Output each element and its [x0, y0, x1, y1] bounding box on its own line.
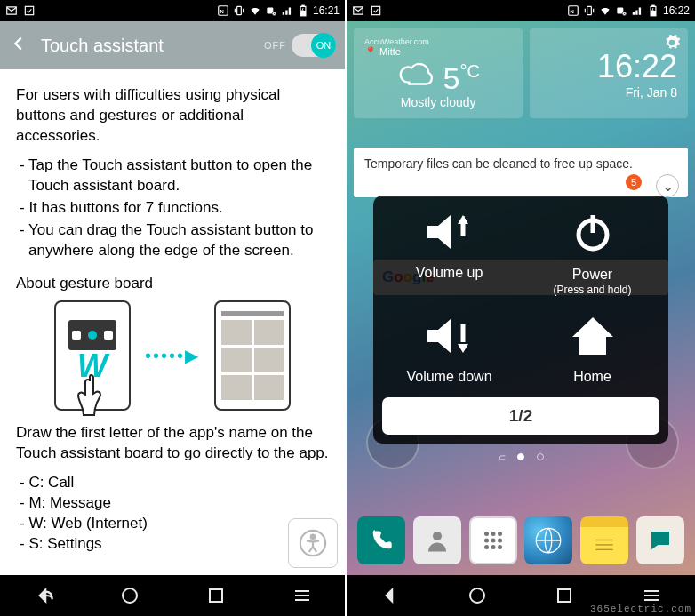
vibrate-icon	[233, 4, 245, 17]
gesture-illustration: W •••••▶	[16, 300, 329, 411]
ta-label: Home	[573, 369, 611, 385]
svg-text:✕: ✕	[273, 12, 276, 16]
svg-rect-47	[644, 590, 659, 592]
nav-recent-button[interactable]	[189, 585, 243, 606]
back-icon[interactable]	[9, 34, 28, 58]
page-dot[interactable]: ⊂	[499, 452, 505, 461]
weather-condition: Mostly cloudy	[364, 95, 512, 109]
volume-up-icon	[424, 212, 475, 256]
weather-icon	[397, 60, 435, 97]
bullet-list: - Tap the Touch assistant button to open…	[16, 156, 329, 261]
settings-content: For users with difficulties using physic…	[0, 69, 345, 575]
svg-rect-16	[295, 599, 309, 601]
svg-point-12	[123, 588, 137, 603]
wifi-icon	[599, 4, 611, 17]
illustration-phone-gesture: W	[54, 300, 131, 411]
status-time: 16:22	[663, 4, 690, 17]
dock	[347, 506, 695, 575]
notification-text: Temporary files can be cleaned to free u…	[364, 156, 633, 171]
dock-apps[interactable]	[469, 516, 517, 564]
watermark: 365electric.com	[590, 604, 691, 614]
page-dot[interactable]	[537, 453, 544, 460]
weather-source: AccuWeather.com	[364, 37, 512, 46]
nav-home-button[interactable]	[451, 585, 504, 606]
nav-back-button[interactable]	[363, 584, 417, 607]
svg-rect-17	[371, 6, 379, 14]
ta-power[interactable]: Power (Press and hold)	[525, 212, 659, 296]
svg-rect-0	[25, 6, 33, 14]
signal-icon	[631, 4, 643, 17]
bullet-item: - It has buttons for 7 functions.	[16, 198, 329, 219]
touch-assistant-toggle[interactable]: OFF ON	[264, 34, 336, 57]
bullet-item: - Tap the Touch assistant button to open…	[16, 156, 329, 196]
touch-assistant-board[interactable]: Volume up Power (Press and hold) Volume …	[373, 196, 668, 444]
signal-icon	[281, 4, 293, 17]
wifi-icon	[249, 4, 261, 17]
weather-widget[interactable]: AccuWeather.com 📍 Mitte 5°C Mostly cloud…	[354, 28, 523, 118]
svg-rect-46	[558, 589, 571, 602]
svg-point-39	[491, 545, 495, 549]
dock-browser[interactable]	[524, 516, 572, 564]
svg-point-36	[491, 539, 495, 543]
svg-text:N: N	[220, 9, 223, 14]
svg-point-32	[484, 532, 489, 536]
power-icon	[571, 212, 614, 258]
screenshot-icon	[370, 4, 382, 17]
clock-widget[interactable]: 16:22 Fri, Jan 8	[530, 28, 688, 118]
clock-time: 16:22	[540, 48, 677, 85]
legend-item: - C: Call	[16, 473, 329, 493]
nav-menu-button[interactable]	[276, 585, 329, 606]
statusbar: N ✕ 16:22	[347, 0, 695, 21]
nfc-icon: N	[217, 4, 229, 17]
svg-point-31	[433, 532, 442, 540]
phone-left-settings: N ✕ 16:21 Touch assistant OFF ON For use…	[0, 0, 347, 616]
gear-icon[interactable]	[663, 34, 681, 55]
legend-item: - S: Settings	[16, 534, 329, 555]
nav-recent-button[interactable]	[538, 585, 591, 606]
svg-rect-14	[295, 590, 309, 592]
legend-item: - M: Message	[16, 493, 329, 514]
ta-page-indicator[interactable]: 1/2	[382, 397, 659, 435]
volume-down-icon	[424, 316, 475, 360]
svg-marker-30	[458, 344, 468, 353]
legend-list: - C: Call - M: Message - W: Web (Interne…	[16, 473, 329, 555]
nfc-icon: N	[567, 4, 579, 17]
bullet-item: - You can drag the Touch assistant butto…	[16, 220, 329, 261]
statusbar: N ✕ 16:21	[0, 0, 345, 21]
battery-icon	[647, 4, 659, 17]
ta-home[interactable]: Home	[525, 316, 659, 385]
touch-assistant-floating-button[interactable]	[288, 518, 338, 568]
weather-unit: °C	[459, 61, 479, 81]
dock-contacts[interactable]	[413, 516, 461, 564]
svg-point-35	[484, 539, 489, 543]
ta-label: Power	[572, 267, 612, 283]
dock-phone[interactable]	[357, 516, 405, 564]
page-dot-active[interactable]	[517, 453, 524, 460]
svg-point-34	[498, 532, 502, 536]
svg-rect-48	[644, 595, 659, 596]
ta-volume-up[interactable]: Volume up	[382, 212, 516, 296]
ta-volume-down[interactable]: Volume down	[382, 316, 516, 385]
svg-point-37	[498, 539, 502, 543]
cleanup-notification[interactable]: Temporary files can be cleaned to free u…	[354, 148, 688, 197]
nav-home-button[interactable]	[103, 585, 156, 606]
nav-back-button[interactable]	[17, 584, 70, 607]
illustration-phone-browser	[214, 300, 291, 411]
svg-marker-27	[458, 215, 468, 224]
notification-badge: 5	[626, 174, 642, 190]
toggle-off-label: OFF	[264, 40, 286, 51]
weather-location: 📍 Mitte	[364, 46, 512, 58]
weather-temp: 5	[443, 61, 460, 95]
dock-messages[interactable]	[636, 516, 684, 564]
svg-text:N: N	[570, 9, 573, 14]
dock-notes[interactable]	[580, 516, 628, 564]
svg-rect-8	[302, 5, 304, 6]
home-screen[interactable]: AccuWeather.com 📍 Mitte 5°C Mostly cloud…	[347, 21, 695, 575]
ta-label: Volume up	[416, 265, 483, 281]
header-title: Touch assistant	[41, 36, 264, 56]
data-icon: ✕	[265, 4, 277, 17]
gesture-heading: About gesture board	[16, 274, 329, 294]
svg-text:✕: ✕	[623, 12, 626, 16]
chevron-down-icon[interactable]: ⌄	[656, 174, 679, 197]
phone-right-home: N ✕ 16:22 AccuWeather.com 📍 Mitte 5°C	[347, 0, 695, 616]
